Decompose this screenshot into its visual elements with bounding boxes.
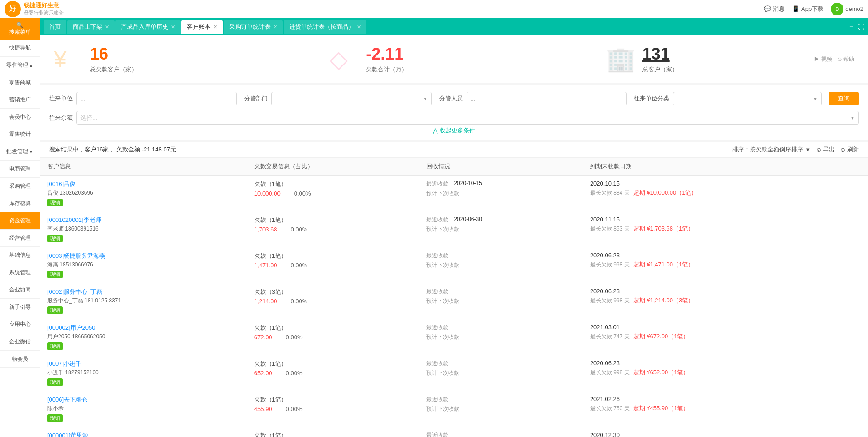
app-download-label: App下载 — [801, 5, 823, 13]
debt-amount-6: 455.90 — [254, 406, 272, 412]
video-btn[interactable]: ▶ 视频 — [814, 55, 832, 63]
search-button[interactable]: 查询 — [829, 92, 859, 105]
cell-debt-3: 欠款（3笔） 1,214.00 0.00% — [247, 283, 420, 319]
sidebar-item-enterprise[interactable]: 企业协同 — [0, 281, 40, 299]
sidebar-search[interactable]: 🔍 搜索菜单 — [0, 18, 40, 40]
table-row: [0006]去下粮仓 陈小希 现销 欠款（1笔） 455.90 0.00% 最近… — [40, 391, 868, 427]
sidebar-item-quick-nav[interactable]: 快捷导航 — [0, 40, 40, 57]
sidebar-item-basic-info[interactable]: 基础信息 — [0, 247, 40, 264]
sidebar-item-ecommerce[interactable]: 电商管理 — [0, 161, 40, 178]
sidebar-item-purchase[interactable]: 采购管理 — [0, 178, 40, 195]
customer-name-2[interactable]: [0003]畅捷服务尹海燕 — [47, 252, 240, 260]
overdue-amount-6[interactable]: 超期 ¥455.90（1笔） — [633, 404, 689, 412]
collapse-button[interactable]: ⋀ 收起更多条件 — [49, 125, 859, 136]
debt-amount-2: 1,471.00 — [254, 262, 277, 269]
from-unit-ellipsis: ... — [80, 95, 85, 102]
overdue-amount-1[interactable]: 超期 ¥1,703.68（1笔） — [633, 225, 694, 233]
avatar: D — [831, 3, 843, 15]
refresh-label: 刷新 — [847, 146, 859, 154]
logo-area: 好 畅捷通好生意 母婴行业演示账套 — [5, 1, 95, 17]
app-download-btn[interactable]: 📱 App下载 — [792, 5, 823, 13]
customer-contact-6: 陈小希 — [47, 405, 240, 412]
sidebar-label-wechat: 企业微信 — [9, 338, 31, 345]
sidebar-item-retail-stats[interactable]: 零售统计 — [0, 126, 40, 143]
overdue-amount-5[interactable]: 超期 ¥652.00（1笔） — [633, 368, 689, 377]
tab-customer-account-close[interactable]: ✕ — [213, 24, 217, 30]
tab-product-offshelf-close[interactable]: ✕ — [105, 24, 109, 30]
debt-count-1: 欠款（1笔） — [254, 216, 412, 224]
collapse-label: 收起更多条件 — [440, 126, 475, 135]
help-btn[interactable]: ⊙ 帮助 — [838, 55, 854, 63]
stat-label-debtors: 总欠款客户（家） — [90, 65, 137, 74]
message-btn[interactable]: 💬 消息 — [764, 5, 785, 13]
overdue-amount-3[interactable]: 超期 ¥1,214.00（3笔） — [633, 296, 694, 305]
debt-count-2: 欠款（1笔） — [254, 252, 412, 260]
sidebar-label-inventory: 库存核算 — [9, 200, 31, 206]
sidebar-label-apps: 应用中心 — [9, 321, 31, 327]
refresh-icon: ⊙ — [840, 146, 845, 153]
customer-name-0[interactable]: [0016]吕俊 — [47, 180, 240, 188]
cell-due-1: 2020.11.15 最长欠款 853 天 超期 ¥1,703.68（1笔） — [583, 211, 868, 247]
sidebar-item-operation[interactable]: 经营管理 — [0, 230, 40, 247]
filter-row-2: 往来余额 选择... ▼ — [49, 111, 859, 125]
search-label: 搜索菜单 — [3, 28, 37, 36]
table-row: [0016]吕俊 吕俊 13026203696 现销 欠款（1笔） 10,000… — [40, 176, 868, 211]
sidebar-item-system[interactable]: 系统管理 — [0, 264, 40, 281]
tab-product-offshelf[interactable]: 商品上下架 ✕ — [67, 20, 115, 34]
filter-balance: 往来余额 选择... ▼ — [49, 111, 859, 125]
customer-tag-0: 现销 — [47, 199, 63, 206]
manager-input[interactable]: ... — [467, 92, 627, 105]
user-btn[interactable]: D demo2 — [831, 3, 863, 15]
sidebar-item-newbie[interactable]: 新手引导 — [0, 299, 40, 316]
customer-name-3[interactable]: [0002]服务中心_丁磊 — [47, 288, 240, 296]
dept-select[interactable]: ▼ — [271, 92, 432, 105]
customer-name-1[interactable]: [0001020001]李老师 — [47, 216, 240, 224]
customer-name-7[interactable]: [000001]黄思源 — [47, 432, 240, 437]
sidebar-item-inventory[interactable]: 库存核算 — [0, 195, 40, 212]
tab-purchase-order[interactable]: 采购订单统计表 ✕ — [224, 20, 283, 34]
customer-name-6[interactable]: [0006]去下粮仓 — [47, 396, 240, 404]
refresh-btn[interactable]: ⊙ 刷新 — [840, 146, 859, 154]
tab-production-history-close[interactable]: ✕ — [171, 24, 175, 30]
minimize-icon[interactable]: － — [848, 23, 854, 31]
sidebar-label-retail-stats: 零售统计 — [9, 131, 31, 137]
balance-label: 往来余额 — [49, 114, 73, 122]
results-info-text: 搜索结果中，客户16家 — [49, 146, 109, 153]
sidebar-item-retail-store[interactable]: 零售商城 — [0, 74, 40, 91]
sidebar-item-marketing[interactable]: 营销推广 — [0, 91, 40, 109]
sidebar-item-apps[interactable]: 应用中心 — [0, 316, 40, 333]
customer-contact-3: 服务中心_丁磊 181 0125 8371 — [47, 297, 240, 305]
tab-production-history[interactable]: 产成品入库单历史 ✕ — [115, 20, 181, 34]
sidebar-item-member2[interactable]: 畅会员 — [0, 351, 40, 368]
overdue-amount-4[interactable]: 超期 ¥672.00（1笔） — [633, 332, 689, 341]
tab-home[interactable]: 首页 — [44, 20, 66, 34]
sort-select[interactable]: 排序：按欠款金额倒序排序 ▼ — [732, 146, 811, 154]
sidebar-item-batch-mgmt[interactable]: 批发管理 ▼ — [0, 143, 40, 161]
table-body: [0016]吕俊 吕俊 13026203696 现销 欠款（1笔） 10,000… — [40, 176, 868, 437]
export-btn[interactable]: ⊙ 导出 — [816, 146, 835, 154]
unit-class-select[interactable]: ▼ — [673, 92, 822, 105]
sidebar-item-retail-mgmt[interactable]: 零售管理 ▲ — [0, 57, 40, 74]
results-amount-text: 欠款金额 -21,148.07元 — [116, 146, 176, 153]
balance-select[interactable]: 选择... ▼ — [76, 111, 859, 125]
tab-purchase-order-close[interactable]: ✕ — [273, 24, 277, 30]
sidebar-item-wechat[interactable]: 企业微信 — [0, 333, 40, 351]
tab-purchase-stats[interactable]: 进货单统计表（按商品） ✕ — [284, 20, 366, 34]
filter-row-1: 往来单位 ... 分管部门 ▼ — [49, 92, 859, 105]
customer-name-4[interactable]: [000002]用户2050 — [47, 324, 240, 332]
tab-customer-account[interactable]: 客户账本 ✕ — [181, 20, 223, 34]
customer-name-5[interactable]: [0007]小进千 — [47, 360, 240, 368]
tab-purchase-stats-close[interactable]: ✕ — [357, 24, 361, 30]
expand-icon[interactable]: ⛶ — [858, 23, 864, 30]
table-row: [0002]服务中心_丁磊 服务中心_丁磊 181 0125 8371 现销 欠… — [40, 283, 868, 319]
message-label: 消息 — [773, 5, 785, 13]
tab-purchase-order-label: 采购订单统计表 — [229, 23, 271, 31]
overdue-amount-2[interactable]: 超期 ¥1,471.00（1笔） — [633, 261, 694, 269]
sidebar-item-member[interactable]: 会员中心 — [0, 109, 40, 126]
from-unit-input[interactable]: ... — [76, 92, 237, 105]
sidebar-item-finance[interactable]: 资金管理 — [0, 212, 40, 230]
cell-debt-7: 欠款（1笔） 429.00 0.00% — [247, 427, 420, 437]
overdue-amount-0[interactable]: 超期 ¥10,000.00（1笔） — [633, 189, 697, 197]
debt-count-3: 欠款（3笔） — [254, 288, 412, 296]
recovery-label1-3: 最近收款 — [426, 288, 448, 296]
